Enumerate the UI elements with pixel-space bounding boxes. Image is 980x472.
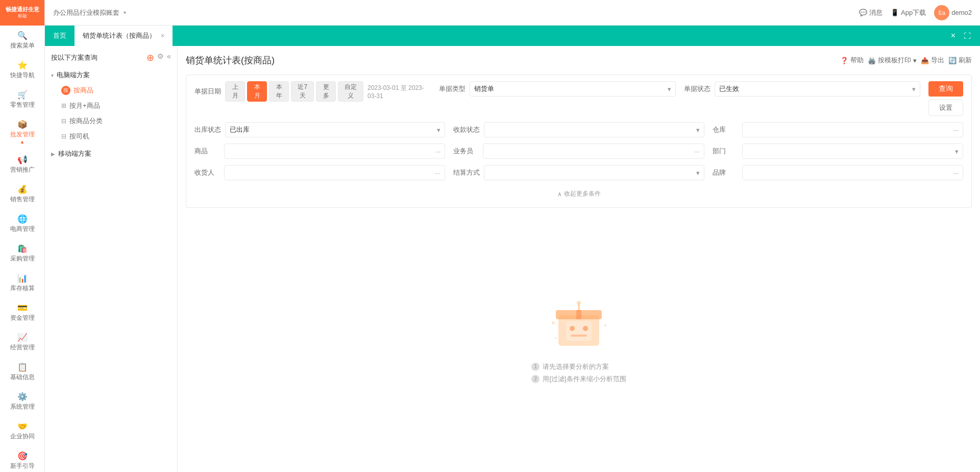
- dots-icon: ···: [435, 169, 440, 177]
- sidebar-item-operations[interactable]: 📈 经营管理: [0, 327, 44, 357]
- collapse-filters-btn[interactable]: ∧ 收起更多条件: [194, 186, 963, 201]
- tab-close-icon[interactable]: ×: [161, 32, 164, 39]
- print-icon: 🖨️: [868, 57, 876, 64]
- collapse-panel-btn[interactable]: «: [167, 52, 171, 63]
- app-title: 办公用品行业模拟账套: [53, 8, 119, 17]
- settings-scheme-btn[interactable]: ⚙: [157, 52, 164, 63]
- sidebar-item-sales[interactable]: 💰 销售管理: [0, 179, 44, 209]
- out-status-value: 已出库: [230, 125, 250, 134]
- out-status-label: 出库状态: [194, 125, 221, 134]
- chevron-down-icon: ▾: [696, 169, 700, 177]
- message-btn[interactable]: 💬 消息: [859, 8, 883, 17]
- trend-icon: 📈: [17, 333, 28, 342]
- set-btn[interactable]: 设置: [928, 100, 963, 116]
- doc-type-select[interactable]: 销货单 ▾: [470, 81, 675, 97]
- sidebar-item-inventory[interactable]: 📊 库存核算: [0, 268, 44, 298]
- sidebar-item-wholesale[interactable]: 📦 批发管理 ▲: [0, 114, 44, 150]
- window-maximize-btn[interactable]: ⛶: [961, 31, 974, 41]
- scheme-item-label: 按月+商品: [69, 101, 100, 110]
- info-icon: 📋: [17, 362, 28, 372]
- date-btn-last-7[interactable]: 近7天: [291, 81, 314, 102]
- sidebar-item-quick-nav[interactable]: ⭐ 快捷导航: [0, 55, 44, 85]
- refresh-btn[interactable]: 🔄 刷新: [948, 56, 972, 65]
- date-btn-this-month[interactable]: 本月: [247, 81, 267, 102]
- help-btn[interactable]: ❓ 帮助: [840, 56, 864, 65]
- header-left: 办公用品行业模拟账套 ▾: [53, 8, 126, 17]
- doc-type-value: 销货单: [474, 84, 494, 93]
- doc-status-value: 已生效: [719, 84, 739, 93]
- sidebar-item-label: 企业协同: [10, 432, 35, 441]
- user-profile[interactable]: Ea demo2: [934, 5, 972, 20]
- search-btn[interactable]: 查询: [928, 81, 963, 97]
- dept-select[interactable]: ▾: [742, 144, 963, 159]
- export-btn[interactable]: 📤 导出: [921, 56, 944, 65]
- goods-label: 商品: [194, 147, 220, 156]
- doc-status-select[interactable]: 已生效 ▾: [715, 81, 920, 97]
- window-close-btn[interactable]: ×: [948, 30, 959, 41]
- mobile-scheme-group-header[interactable]: ▶ 移动端方案: [45, 146, 177, 161]
- date-btn-more[interactable]: 更多: [316, 81, 336, 102]
- goods-input[interactable]: ···: [224, 144, 445, 159]
- sidebar-item-newbie[interactable]: 🎯 新手引导: [0, 446, 44, 472]
- sidebar-item-retail[interactable]: 🛒 零售管理: [0, 85, 44, 114]
- svg-rect-2: [576, 310, 581, 319]
- scheme-item-month-goods[interactable]: ⊞ 按月+商品: [45, 98, 177, 113]
- scheme-item-by-cashier[interactable]: ⊟ 按司机: [45, 129, 177, 144]
- dots-icon: ···: [953, 126, 959, 134]
- chevron-down-icon: ▾: [51, 73, 54, 78]
- salesperson-input[interactable]: ···: [483, 144, 704, 159]
- help-icon: ❓: [840, 57, 848, 64]
- consignee-input[interactable]: ···: [224, 165, 445, 180]
- tab-sales-stat[interactable]: 销货单统计表（按商品） ×: [75, 26, 173, 46]
- pc-scheme-group-header[interactable]: ▾ 电脑端方案: [45, 67, 177, 83]
- warehouse-input[interactable]: ···: [742, 122, 963, 137]
- main-content: 销货单统计表(按商品) ❓ 帮助 🖨️ 按模板打印 ▾ 📤: [178, 46, 980, 472]
- filter-panel-header: 按以下方案查询 ⊕ ⚙ «: [45, 52, 177, 67]
- sidebar-item-basic-info[interactable]: 📋 基础信息: [0, 357, 44, 387]
- app-download-label: App下载: [901, 8, 926, 17]
- out-status-select[interactable]: 已出库 ▾: [225, 122, 445, 137]
- scheme-item-by-goods[interactable]: 按 按商品: [45, 83, 177, 98]
- dots-icon: ···: [435, 148, 440, 155]
- print-btn[interactable]: 🖨️ 按模板打印 ▾: [868, 56, 917, 65]
- sidebar-item-ecom[interactable]: 🌐 电商管理: [0, 209, 44, 239]
- consignee-item: 收货人 ···: [194, 165, 445, 180]
- svg-rect-3: [566, 321, 592, 341]
- mobile-scheme-group-label: 移动端方案: [58, 149, 91, 158]
- date-btn-last-month[interactable]: 上月: [225, 81, 245, 102]
- tip-num-1: 1: [531, 363, 540, 371]
- doc-type-label: 单据类型: [439, 84, 465, 93]
- out-status-item: 出库状态 已出库 ▾: [194, 122, 445, 137]
- salesperson-label: 业务员: [453, 147, 479, 156]
- pc-scheme-group-label: 电脑端方案: [57, 70, 90, 80]
- sidebar-item-label: 批发管理: [10, 130, 35, 139]
- dropdown-arrow-icon[interactable]: ▾: [124, 10, 126, 15]
- handshake-icon: 🤝: [17, 421, 28, 431]
- svg-rect-6: [571, 335, 587, 337]
- warehouse-item: 仓库 ···: [713, 122, 963, 137]
- sidebar-item-system[interactable]: ⚙️ 系统管理: [0, 387, 44, 416]
- receive-status-select[interactable]: ▾: [484, 122, 704, 137]
- sidebar-item-purchase[interactable]: 🛍️ 采购管理: [0, 239, 44, 268]
- sidebar-item-label: 搜索菜单: [10, 41, 35, 50]
- sidebar-item-marketing[interactable]: 📢 营销推广: [0, 150, 44, 179]
- sidebar-item-label: 电商管理: [10, 225, 35, 233]
- payment-select[interactable]: ▾: [484, 165, 704, 180]
- date-btn-this-year[interactable]: 本年: [269, 81, 289, 102]
- chart-icon: 📊: [17, 273, 28, 283]
- sidebar-item-finance[interactable]: 💳 资金管理: [0, 298, 44, 327]
- app-download-btn[interactable]: 📱 App下载: [891, 8, 926, 17]
- logo[interactable]: 畅捷通好生意 标版: [0, 0, 44, 26]
- tab-home[interactable]: 首页: [45, 26, 75, 46]
- sidebar-item-enterprise[interactable]: 🤝 企业协同: [0, 416, 44, 446]
- sidebar-item-label: 营销推广: [10, 166, 35, 174]
- date-btn-custom[interactable]: 自定义: [338, 81, 363, 102]
- scheme-icon: ⊞: [61, 102, 66, 109]
- sidebar-item-label: 销售管理: [10, 195, 35, 204]
- expand-icon: ▲: [20, 139, 25, 145]
- sidebar-item-search[interactable]: 🔍 搜索菜单: [0, 26, 44, 55]
- add-scheme-btn[interactable]: ⊕: [146, 52, 154, 63]
- page-actions: ❓ 帮助 🖨️ 按模板打印 ▾ 📤 导出 �: [840, 56, 972, 65]
- brand-input[interactable]: ···: [742, 165, 963, 180]
- scheme-item-by-category[interactable]: ⊟ 按商品分类: [45, 113, 177, 129]
